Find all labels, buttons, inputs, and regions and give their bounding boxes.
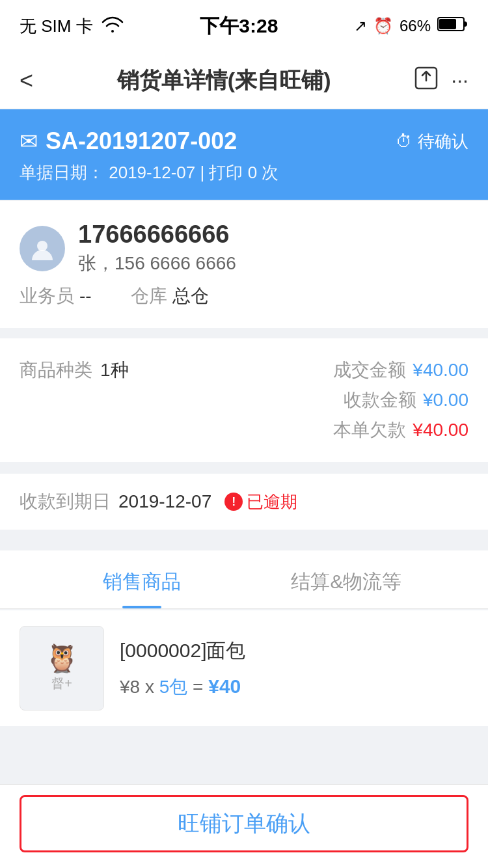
customer-phone: 17666666666 bbox=[78, 221, 236, 249]
order-header: ✉ SA-20191207-002 ⏱ 待确认 单据日期： 2019-12-07… bbox=[0, 109, 488, 200]
product-thumbnail: 🦉 督+ bbox=[20, 626, 104, 711]
overdue-icon: ! bbox=[224, 493, 243, 511]
divider-1 bbox=[0, 328, 488, 338]
sales-value: -- bbox=[79, 286, 92, 306]
tabs-section: 销售商品 结算&物流等 bbox=[0, 550, 488, 609]
amount-label: 成交金额 bbox=[333, 358, 406, 383]
order-date: 单据日期： 2019-12-07 | 打印 0 次 bbox=[20, 161, 468, 184]
battery-icon bbox=[437, 16, 468, 36]
nav-bar: < 销货单详情(来自旺铺) ··· bbox=[0, 52, 488, 109]
status-left: 无 SIM 卡 bbox=[20, 15, 124, 38]
location-icon: ↗ bbox=[354, 17, 367, 35]
status-bar: 无 SIM 卡 下午3:28 ↗ ⏰ 66% bbox=[0, 0, 488, 52]
due-date-value: 2019-12-07 bbox=[118, 491, 211, 512]
product-thumb-label: 督+ bbox=[51, 675, 72, 692]
share-button[interactable] bbox=[414, 66, 438, 95]
overdue-badge: ! 已逾期 bbox=[224, 491, 297, 513]
product-name: [0000002]面包 bbox=[120, 638, 468, 664]
customer-name: 张，156 6666 6666 bbox=[78, 251, 236, 276]
customer-section: 17666666666 张，156 6666 6666 业务员 -- 仓库 总仓 bbox=[0, 201, 488, 328]
overdue-text: 已逾期 bbox=[247, 491, 297, 513]
nav-title: 销货单详情(来自旺铺) bbox=[117, 66, 331, 96]
product-item: 🦉 督+ [0000002]面包 ¥8 x 5包 = ¥40 bbox=[20, 626, 468, 711]
status-icon: ⏱ bbox=[396, 131, 413, 152]
carrier-text: 无 SIM 卡 bbox=[20, 15, 93, 38]
order-id: SA-20191207-002 bbox=[46, 128, 237, 155]
order-icon: ✉ bbox=[20, 128, 38, 154]
status-text: 待确认 bbox=[418, 130, 468, 153]
back-button[interactable]: < bbox=[20, 67, 33, 94]
summary-section: 商品种类 1种 成交金额 ¥40.00 收款金额 ¥0.00 本单欠款 ¥40.… bbox=[0, 338, 488, 462]
more-button[interactable]: ··· bbox=[451, 68, 468, 92]
customer-avatar bbox=[20, 226, 65, 271]
product-total: ¥40 bbox=[208, 675, 241, 697]
divider-3 bbox=[0, 530, 488, 540]
status-right: ↗ ⏰ 66% bbox=[354, 16, 468, 36]
customer-meta: 业务员 -- 仓库 总仓 bbox=[20, 284, 468, 308]
warehouse-value: 总仓 bbox=[172, 284, 209, 308]
amount-value: ¥40.00 bbox=[413, 360, 468, 381]
wifi-icon bbox=[101, 16, 124, 37]
product-type-label: 商品种类 bbox=[20, 358, 92, 383]
alarm-icon: ⏰ bbox=[373, 17, 393, 35]
nav-actions: ··· bbox=[414, 66, 468, 95]
tab-settlement[interactable]: 结算&物流等 bbox=[244, 550, 449, 608]
tabs-row: 销售商品 结算&物流等 bbox=[0, 550, 488, 608]
order-status: ⏱ 待确认 bbox=[396, 130, 468, 153]
product-qty: 5包 bbox=[159, 677, 188, 697]
product-multiply: x bbox=[145, 677, 159, 697]
product-thumb-owl: 🦉 bbox=[45, 645, 79, 672]
tab-sales-products[interactable]: 销售商品 bbox=[39, 550, 244, 608]
warehouse-label: 仓库 bbox=[131, 284, 167, 308]
received-label: 收款金额 bbox=[344, 388, 416, 413]
sales-label: 业务员 bbox=[20, 284, 74, 308]
due-date-section: 收款到期日 2019-12-07 ! 已逾期 bbox=[0, 474, 488, 530]
confirm-order-button[interactable]: 旺铺订单确认 bbox=[20, 795, 468, 852]
summary-amounts: 成交金额 ¥40.00 收款金额 ¥0.00 本单欠款 ¥40.00 bbox=[333, 358, 468, 442]
product-type-value: 1种 bbox=[100, 358, 129, 383]
battery-text: 66% bbox=[400, 17, 431, 35]
received-value: ¥0.00 bbox=[423, 390, 468, 411]
svg-rect-1 bbox=[439, 19, 456, 29]
product-equals: = bbox=[193, 677, 208, 697]
divider-2 bbox=[0, 462, 488, 472]
svg-point-3 bbox=[37, 241, 47, 251]
status-time: 下午3:28 bbox=[200, 13, 278, 40]
due-label: 收款到期日 bbox=[20, 489, 111, 514]
product-section: 🦉 督+ [0000002]面包 ¥8 x 5包 = ¥40 bbox=[0, 610, 488, 726]
product-price-row: ¥8 x 5包 = ¥40 bbox=[120, 675, 468, 699]
bottom-bar: 旺铺订单确认 bbox=[0, 784, 488, 868]
owed-value: ¥40.00 bbox=[413, 420, 468, 441]
owed-label: 本单欠款 bbox=[333, 418, 406, 442]
product-price: ¥8 bbox=[120, 677, 140, 697]
product-info: [0000002]面包 ¥8 x 5包 = ¥40 bbox=[120, 638, 468, 699]
